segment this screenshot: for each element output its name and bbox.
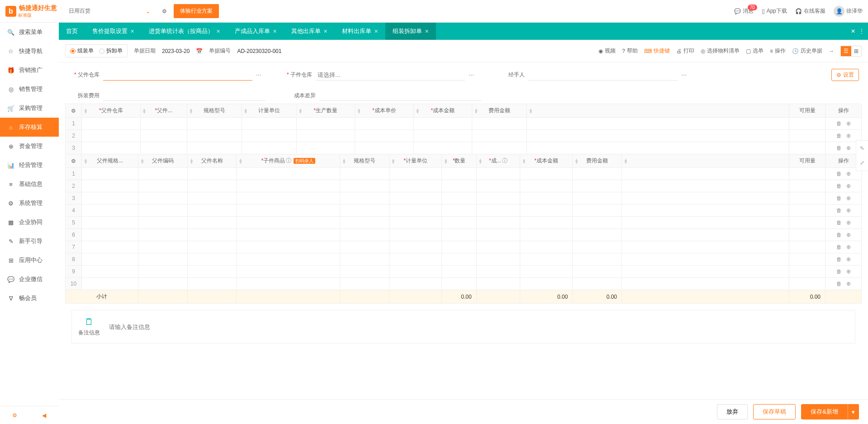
delete-icon[interactable]: 🗑	[836, 256, 842, 262]
table-row[interactable]: 5🗑⊕	[66, 217, 862, 229]
parent-wh-input[interactable]	[103, 70, 252, 81]
delete-icon[interactable]: 🗑	[836, 219, 842, 226]
delete-icon[interactable]: 🗑	[836, 244, 842, 250]
col-cost-amt[interactable]: ▲▼*成本金额	[520, 154, 572, 168]
user-menu[interactable]: 👤 徐泽华	[834, 6, 863, 17]
table-row[interactable]: 10🗑⊕	[66, 278, 862, 290]
col-parent-code[interactable]: ▲▼父件编码	[138, 154, 188, 168]
rail-expand-icon[interactable]: ⤢	[858, 159, 866, 167]
save-new-dropdown[interactable]: ▾	[848, 404, 859, 419]
handler-picker-icon[interactable]: ⋯	[681, 72, 688, 78]
col-parent-spec[interactable]: ▲▼父件规格...	[82, 154, 138, 168]
col-unit[interactable]: ▲▼计量单位	[242, 104, 296, 118]
add-icon[interactable]: ⊕	[846, 133, 851, 139]
table-row[interactable]: 8🗑⊕	[66, 253, 862, 266]
child-wh-input[interactable]	[316, 70, 465, 81]
video-button[interactable]: ◉ 视频	[598, 47, 616, 55]
delete-icon[interactable]: 🗑	[836, 268, 842, 275]
save-new-button[interactable]: 保存&新增	[801, 404, 848, 419]
sidebar-item-9[interactable]: ⚙系统管理	[0, 194, 59, 213]
tab-close-icon[interactable]: ✕	[425, 29, 429, 34]
disassemble-fee-input[interactable]	[103, 90, 266, 101]
sidebar-item-2[interactable]: 🎁营销推广	[0, 61, 59, 80]
delete-icon[interactable]: 🗑	[836, 195, 842, 201]
radio-disassemble[interactable]: 拆卸单	[99, 47, 123, 55]
delete-icon[interactable]: 🗑	[836, 232, 842, 238]
online-service-button[interactable]: 🎧 在线客服	[795, 7, 825, 15]
category-select[interactable]: 日用百货 ⌄	[64, 5, 155, 18]
add-icon[interactable]: ⊕	[846, 183, 851, 189]
add-icon[interactable]: ⊕	[846, 120, 851, 127]
delete-icon[interactable]: 🗑	[836, 281, 842, 287]
print-button[interactable]: 🖨 打印	[676, 47, 694, 55]
delete-icon[interactable]: 🗑	[836, 133, 842, 139]
table-row[interactable]: 1🗑⊕	[66, 118, 862, 130]
table-gear-button[interactable]: ⚙	[66, 154, 82, 168]
delete-icon[interactable]: 🗑	[836, 145, 842, 151]
arrow-right-icon[interactable]: →	[829, 48, 834, 54]
col-spec[interactable]: ▲▼规格型号	[187, 104, 242, 118]
child-wh-picker-icon[interactable]: ⋯	[469, 72, 475, 78]
col-qty[interactable]: ▲▼*数量	[442, 154, 476, 168]
sidebar-item-1[interactable]: ☆快捷导航	[0, 42, 59, 61]
tab-1[interactable]: 售价提取设置✕	[85, 23, 142, 40]
help-button[interactable]: ? 帮助	[622, 47, 638, 55]
table-row[interactable]: 9🗑⊕	[66, 266, 862, 278]
table-row[interactable]: 1🗑⊕	[66, 168, 862, 180]
col-child-item[interactable]: ▲▼*子件商品ⓘ 扫码录入	[237, 154, 340, 168]
select-doc-button[interactable]: ▢ 选单	[746, 47, 764, 55]
handler-input[interactable]	[528, 70, 678, 81]
tab-close-icon[interactable]: ✕	[130, 29, 134, 34]
col-parent-wh[interactable]: ▲▼*父件仓库	[82, 104, 141, 118]
sidebar-item-0[interactable]: 🔍搜索菜单	[0, 23, 59, 42]
add-icon[interactable]: ⊕	[846, 219, 851, 226]
sidebar-item-6[interactable]: ⊕资金管理	[0, 137, 59, 156]
tab-6[interactable]: 组装拆卸单✕	[385, 23, 436, 40]
gear-icon[interactable]: ⚙	[157, 5, 171, 18]
tab-close-icon[interactable]: ✕	[374, 29, 378, 34]
tab-close-icon[interactable]: ✕	[273, 29, 277, 34]
history-button[interactable]: 🕓 历史单据	[792, 47, 822, 55]
add-icon[interactable]: ⊕	[846, 171, 851, 177]
col-fee-amt[interactable]: ▲▼费用金额	[573, 154, 622, 168]
sidebar-collapse-button[interactable]: ◀	[29, 406, 59, 424]
delete-icon[interactable]: 🗑	[836, 171, 842, 177]
tab-4[interactable]: 其他出库单✕	[284, 23, 335, 40]
message-button[interactable]: 💬 消息 70	[734, 7, 754, 15]
sidebar-item-14[interactable]: ∇畅会员	[0, 289, 59, 308]
table-gear-button[interactable]: ⚙	[66, 104, 82, 118]
radio-assemble[interactable]: 组装单	[70, 47, 94, 55]
col-unit[interactable]: ▲▼*计量单位	[389, 154, 441, 168]
shortcut-button[interactable]: ⌨ 快捷键	[644, 47, 670, 55]
tab-5[interactable]: 材料出库单✕	[335, 23, 385, 40]
add-icon[interactable]: ⊕	[846, 256, 851, 262]
calendar-icon[interactable]: 📅	[196, 48, 203, 54]
delete-icon[interactable]: 🗑	[836, 183, 842, 189]
select-material-button[interactable]: ◎ 选择物料清单	[701, 47, 740, 55]
add-icon[interactable]: ⊕	[846, 281, 851, 287]
remarks-input[interactable]	[109, 324, 849, 330]
add-icon[interactable]: ⊕	[846, 244, 851, 250]
sidebar-item-8[interactable]: ≡基础信息	[0, 175, 59, 194]
sidebar-item-13[interactable]: 💬企业微信	[0, 270, 59, 289]
col-cost-amt[interactable]: ▲▼*成本金额	[413, 104, 472, 118]
table-row[interactable]: 3🗑⊕	[66, 142, 862, 154]
settings-button[interactable]: ⚙ 设置	[831, 69, 859, 81]
sidebar-item-12[interactable]: ⊞应用中心	[0, 251, 59, 270]
table-row[interactable]: 6🗑⊕	[66, 229, 862, 241]
col-parent-name[interactable]: ▲▼父件名称	[187, 154, 237, 168]
sidebar-item-5[interactable]: ⌂库存核算	[0, 118, 59, 137]
sidebar-item-10[interactable]: ▦企业协同	[0, 213, 59, 232]
tab-3[interactable]: 产成品入库单✕	[228, 23, 284, 40]
add-icon[interactable]: ⊕	[846, 195, 851, 201]
col-unit-cost[interactable]: ▲▼*成本单价	[355, 104, 414, 118]
add-icon[interactable]: ⊕	[846, 207, 851, 214]
tab-more-icon[interactable]: ⋮	[859, 28, 864, 34]
tab-close-all-icon[interactable]: ✕	[851, 28, 855, 34]
table-row[interactable]: 7🗑⊕	[66, 241, 862, 253]
col-spec[interactable]: ▲▼规格型号	[340, 154, 389, 168]
delete-icon[interactable]: 🗑	[836, 207, 842, 214]
col-cost[interactable]: ▲▼*成...ⓘ	[476, 154, 520, 168]
table-row[interactable]: 4🗑⊕	[66, 205, 862, 217]
sidebar-item-11[interactable]: ✎新手引导	[0, 232, 59, 251]
